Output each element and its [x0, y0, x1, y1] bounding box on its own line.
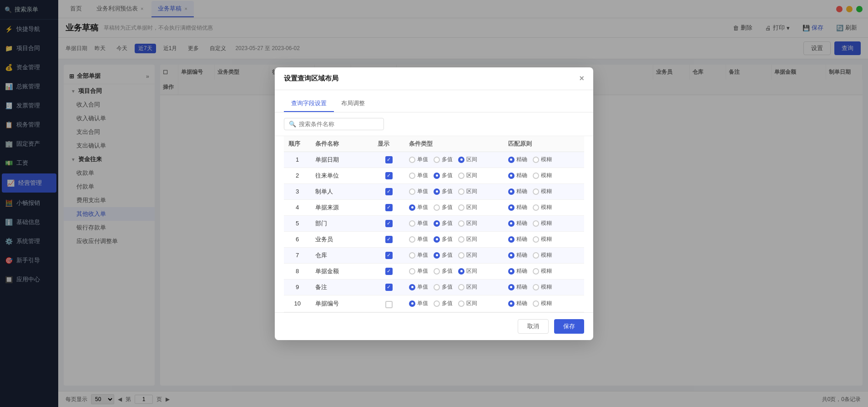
show-checkbox[interactable]: [385, 156, 393, 163]
radio-type-option[interactable]: 区间: [458, 267, 477, 275]
radio-type-option[interactable]: 区间: [458, 204, 477, 211]
radio-label: 模糊: [541, 300, 552, 307]
radio-label: 单值: [417, 219, 428, 227]
cell-show[interactable]: [373, 263, 404, 279]
radio-match-option[interactable]: 精确: [508, 300, 527, 307]
radio-match-option[interactable]: 模糊: [533, 235, 552, 243]
show-checkbox[interactable]: [385, 284, 393, 291]
radio-match-option[interactable]: 精确: [508, 283, 527, 291]
radio-type-option[interactable]: 单值: [409, 188, 428, 195]
radio-match-option[interactable]: 精确: [508, 235, 527, 243]
radio-circle: [458, 252, 464, 259]
modal-title: 设置查询区域布局: [284, 74, 338, 83]
radio-type-option[interactable]: 多值: [434, 251, 453, 259]
radio-type-option[interactable]: 单值: [409, 172, 428, 179]
cell-show[interactable]: [373, 152, 404, 168]
radio-type-option[interactable]: 区间: [458, 172, 477, 179]
show-checkbox[interactable]: [385, 204, 393, 211]
radio-match-option[interactable]: 精确: [508, 156, 527, 163]
cell-show[interactable]: [373, 215, 404, 231]
cell-show[interactable]: [373, 183, 404, 199]
radio-match-option[interactable]: 精确: [508, 188, 527, 195]
show-checkbox[interactable]: [385, 220, 393, 227]
radio-type-option[interactable]: 单值: [409, 300, 428, 307]
cell-show[interactable]: [373, 295, 404, 312]
cell-show[interactable]: [373, 247, 404, 263]
radio-label: 单值: [417, 172, 428, 179]
radio-match-option[interactable]: 精确: [508, 204, 527, 211]
radio-type-option[interactable]: 区间: [458, 188, 477, 195]
radio-type-option[interactable]: 单值: [409, 251, 428, 259]
cell-name: 单据来源: [311, 199, 373, 215]
cell-show[interactable]: [373, 168, 404, 183]
radio-circle: [409, 268, 415, 275]
radio-match-option[interactable]: 模糊: [533, 219, 552, 227]
show-checkbox[interactable]: [385, 236, 393, 243]
cell-type: 单值多值区间: [404, 263, 504, 279]
radio-match-option[interactable]: 模糊: [533, 251, 552, 259]
radio-type-option[interactable]: 多值: [434, 300, 453, 307]
radio-type-option[interactable]: 单值: [409, 156, 428, 163]
radio-type-option[interactable]: 区间: [458, 300, 477, 307]
radio-match-option[interactable]: 精确: [508, 251, 527, 259]
table-row: 2往来单位单值多值区间精确模糊: [284, 168, 584, 183]
cell-type: 单值多值区间: [404, 247, 504, 263]
radio-circle: [458, 268, 464, 275]
radio-type-option[interactable]: 区间: [458, 251, 477, 259]
table-row: 10单据编号单值多值区间精确模糊: [284, 295, 584, 312]
radio-match-option[interactable]: 模糊: [533, 283, 552, 291]
modal-save-button[interactable]: 保存: [554, 319, 584, 334]
cell-name: 部门: [311, 215, 373, 231]
radio-match-option[interactable]: 精确: [508, 172, 527, 179]
modal-tab-query-fields[interactable]: 查询字段设置: [284, 96, 334, 112]
show-checkbox[interactable]: [385, 301, 393, 308]
radio-label: 区间: [466, 267, 477, 275]
radio-type-option[interactable]: 多值: [434, 204, 453, 211]
cell-show[interactable]: [373, 199, 404, 215]
cell-show[interactable]: [373, 231, 404, 247]
radio-label: 多值: [442, 156, 453, 163]
radio-match-option[interactable]: 模糊: [533, 188, 552, 195]
radio-match-option[interactable]: 模糊: [533, 172, 552, 179]
radio-type-option[interactable]: 区间: [458, 235, 477, 243]
radio-label: 模糊: [541, 235, 552, 243]
radio-type-option[interactable]: 单值: [409, 204, 428, 211]
radio-type-option[interactable]: 单值: [409, 267, 428, 275]
radio-type-option[interactable]: 区间: [458, 219, 477, 227]
radio-type-option[interactable]: 单值: [409, 283, 428, 291]
radio-match-option[interactable]: 模糊: [533, 204, 552, 211]
show-checkbox[interactable]: [385, 268, 393, 275]
radio-match-option[interactable]: 模糊: [533, 267, 552, 275]
show-checkbox[interactable]: [385, 188, 393, 195]
show-checkbox[interactable]: [385, 172, 393, 179]
radio-type-option[interactable]: 单值: [409, 219, 428, 227]
radio-type-option[interactable]: 多值: [434, 219, 453, 227]
radio-circle: [434, 236, 440, 243]
radio-type-option[interactable]: 多值: [434, 188, 453, 195]
cell-type: 单值多值区间: [404, 168, 504, 183]
cancel-button[interactable]: 取消: [518, 319, 549, 334]
radio-type-option[interactable]: 区间: [458, 156, 477, 163]
cell-match: 精确模糊: [504, 152, 584, 168]
radio-type-option[interactable]: 多值: [434, 267, 453, 275]
radio-type-option[interactable]: 多值: [434, 283, 453, 291]
show-checkbox[interactable]: [385, 252, 393, 259]
radio-circle: [508, 300, 515, 307]
cell-name: 业务员: [311, 231, 373, 247]
modal-search-input[interactable]: [299, 121, 379, 127]
modal-close-button[interactable]: ×: [579, 74, 584, 83]
cell-type: 单值多值区间: [404, 279, 504, 295]
radio-type-option[interactable]: 单值: [409, 235, 428, 243]
radio-type-option[interactable]: 多值: [434, 156, 453, 163]
radio-type-option[interactable]: 区间: [458, 283, 477, 291]
modal-tab-layout-adjust[interactable]: 布局调整: [334, 96, 372, 112]
radio-match-option[interactable]: 模糊: [533, 156, 552, 163]
radio-type-option[interactable]: 多值: [434, 235, 453, 243]
table-row: 9备注单值多值区间精确模糊: [284, 279, 584, 295]
radio-label: 精确: [516, 204, 527, 211]
radio-type-option[interactable]: 多值: [434, 172, 453, 179]
cell-show[interactable]: [373, 279, 404, 295]
radio-match-option[interactable]: 模糊: [533, 300, 552, 307]
radio-match-option[interactable]: 精确: [508, 267, 527, 275]
radio-match-option[interactable]: 精确: [508, 219, 527, 227]
